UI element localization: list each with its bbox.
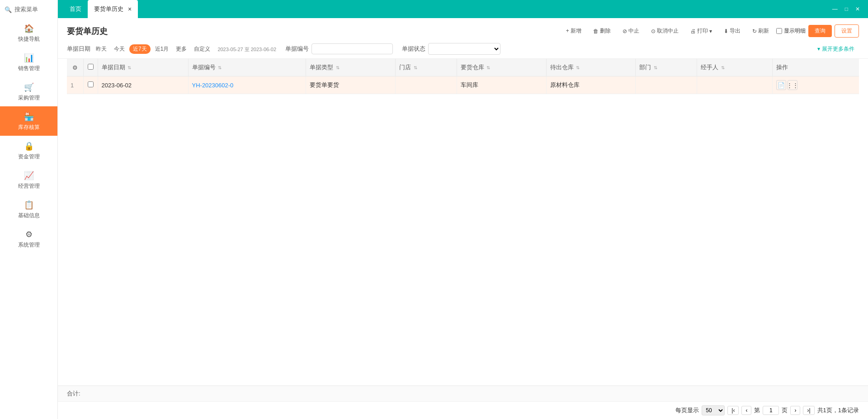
sidebar-item-label: 库存核算 (18, 124, 40, 131)
refresh-button[interactable]: ↻ 刷新 (748, 25, 774, 37)
tab-active[interactable]: 要货单历史 × (88, 0, 138, 18)
yesterday-btn[interactable]: 昨天 (93, 44, 109, 54)
page-number-input[interactable] (763, 406, 779, 415)
col-checkbox (83, 59, 98, 76)
print-dropdown-icon: ▾ (709, 28, 712, 34)
window-controls: — □ ✕ (830, 5, 863, 13)
row-order-type: 要货单要货 (306, 76, 396, 94)
expand-filter-btn[interactable]: ▾ 展开更多条件 (813, 43, 859, 55)
table-footer: 合计: (58, 386, 868, 401)
sidebar-item-sales[interactable]: 📊 销售管理 (0, 48, 57, 77)
settings-button[interactable]: 设置 (835, 24, 859, 38)
col-handler-header[interactable]: 经手人 ⇅ (697, 59, 773, 76)
expand-label: 展开更多条件 (822, 45, 854, 53)
maximize-btn[interactable]: □ (842, 5, 851, 13)
close-btn[interactable]: ✕ (853, 5, 863, 13)
row-edit-icon[interactable]: 📄 (776, 80, 786, 90)
col-pending-warehouse-header[interactable]: 待出仓库 ⇅ (546, 59, 636, 76)
export-button[interactable]: ⬇ 导出 (719, 25, 745, 37)
status-label: 单据状态 (402, 45, 425, 53)
expand-icon: ▾ (817, 46, 820, 52)
sort-pending-warehouse-icon: ⇅ (576, 65, 580, 70)
summary-label: 合计: (67, 390, 80, 398)
col-settings[interactable]: ⚙ (67, 59, 83, 76)
filter-row: 单据日期 昨天 今天 近7天 近1月 更多 自定义 2023-05-27 至 2… (67, 43, 859, 55)
base-info-icon: 📋 (24, 200, 34, 210)
stop-button[interactable]: ⊘ 中止 (618, 25, 644, 37)
col-order-type-header[interactable]: 单据类型 ⇅ (306, 59, 396, 76)
toolbar: + 新增 🗑 删除 ⊘ 中止 ⊙ 取消中止 🖨 打印 ▾ (561, 24, 859, 38)
prev-page-btn[interactable]: ‹ (741, 406, 751, 415)
order-no-input[interactable] (311, 43, 393, 54)
table-settings-icon[interactable]: ⚙ (72, 64, 78, 71)
today-btn[interactable]: 今天 (111, 44, 127, 54)
show-detail-checkbox[interactable] (776, 28, 782, 34)
next-page-btn[interactable]: › (790, 406, 800, 415)
query-button[interactable]: 查询 (808, 25, 832, 37)
more-btn[interactable]: 更多 (173, 44, 189, 54)
order-no-label: 单据编号 (285, 45, 309, 53)
last-page-btn[interactable]: ›| (803, 406, 814, 415)
sort-handler-icon: ⇅ (721, 65, 725, 70)
page-size-select[interactable]: 50 100 (702, 405, 725, 415)
sidebar-item-label: 经营管理 (18, 182, 40, 190)
order-no-link[interactable]: YH-20230602-0 (192, 82, 234, 89)
sort-department-icon: ⇅ (654, 65, 657, 70)
sidebar: 🔍 搜索菜单 🏠 快捷导航 📊 销售管理 🛒 采购管理 🏪 库存核算 🔒 资金管… (0, 0, 58, 419)
last-month-btn[interactable]: 近1月 (152, 44, 172, 54)
sidebar-item-quick-nav[interactable]: 🏠 快捷导航 (0, 18, 57, 48)
col-req-warehouse-header[interactable]: 要货仓库 ⇅ (457, 59, 546, 76)
filter-area: 单据日期 昨天 今天 近7天 近1月 更多 自定义 2023-05-27 至 2… (58, 38, 868, 59)
row-num-cell: 1 (67, 76, 83, 94)
print-icon: 🖨 (690, 28, 696, 34)
sidebar-item-inventory[interactable]: 🏪 库存核算 (0, 106, 57, 136)
sort-order-type-icon: ⇅ (336, 65, 340, 70)
main-area: 首页 要货单历史 × — □ ✕ 要货单历史 + 新增 🗑 删除 ⊘ 中 (58, 0, 868, 419)
row-department (636, 76, 697, 94)
content-area: 要货单历史 + 新增 🗑 删除 ⊘ 中止 ⊙ 取消中止 🖨 打印 (58, 18, 868, 419)
col-operation-header: 操作 (772, 59, 859, 76)
show-detail-label[interactable]: 显示明细 (776, 27, 806, 35)
custom-btn[interactable]: 自定义 (191, 44, 213, 54)
first-page-btn[interactable]: |‹ (727, 406, 739, 415)
last7days-btn[interactable]: 近7天 (129, 44, 151, 54)
col-store-header[interactable]: 门店 ⇅ (396, 59, 457, 76)
row-handler (697, 76, 773, 94)
row-more-icon[interactable]: ⋮⋮ (788, 80, 797, 90)
date-range-display: 2023-05-27 至 2023-06-02 (217, 45, 276, 53)
table-wrapper: ⚙ 单据日期 ⇅ 单据编号 ⇅ (58, 59, 868, 386)
tab-close-icon[interactable]: × (128, 5, 132, 13)
sidebar-search-label: 搜索菜单 (14, 5, 38, 14)
page-title: 要货单历史 (67, 26, 108, 37)
sidebar-item-operations[interactable]: 📈 经营管理 (0, 165, 57, 195)
sidebar-item-finance[interactable]: 🔒 资金管理 (0, 136, 57, 165)
sidebar-item-label: 系统管理 (18, 241, 40, 249)
row-checkbox[interactable] (88, 81, 94, 87)
tab-home[interactable]: 首页 (63, 0, 88, 18)
topbar: 首页 要货单历史 × — □ ✕ (58, 0, 868, 18)
new-button[interactable]: + 新增 (561, 25, 586, 37)
print-button[interactable]: 🖨 打印 ▾ (686, 25, 717, 37)
sidebar-search[interactable]: 🔍 搜索菜单 (0, 0, 57, 18)
delete-button[interactable]: 🗑 删除 (589, 25, 615, 37)
main-table: ⚙ 单据日期 ⇅ 单据编号 ⇅ (67, 59, 859, 94)
page-label-after: 页 (782, 406, 788, 414)
minimize-btn[interactable]: — (830, 5, 840, 13)
sidebar-item-purchase[interactable]: 🛒 采购管理 (0, 77, 57, 106)
home-icon: 🏠 (24, 24, 34, 33)
col-date-header[interactable]: 单据日期 ⇅ (98, 59, 188, 76)
inventory-icon: 🏪 (24, 112, 34, 122)
date-range-text: 2023-05-27 至 2023-06-02 (217, 46, 276, 53)
sidebar-item-base-info[interactable]: 📋 基础信息 (0, 195, 57, 224)
select-all-checkbox[interactable] (88, 64, 94, 70)
col-department-header[interactable]: 部门 ⇅ (636, 59, 697, 76)
sidebar-item-system[interactable]: ⚙ 系统管理 (0, 224, 57, 253)
status-select[interactable] (428, 43, 500, 55)
page-header: 要货单历史 + 新增 🗑 删除 ⊘ 中止 ⊙ 取消中止 🖨 打印 (58, 18, 868, 38)
cancel-stop-button[interactable]: ⊙ 取消中止 (646, 25, 683, 37)
pagination: 每页显示 50 100 |‹ ‹ 第 页 › ›| 共1页，1条记录 (58, 401, 868, 419)
col-order-no-header[interactable]: 单据编号 ⇅ (188, 59, 306, 76)
row-store (396, 76, 457, 94)
sidebar-item-label: 销售管理 (18, 65, 40, 72)
sales-icon: 📊 (24, 53, 34, 63)
